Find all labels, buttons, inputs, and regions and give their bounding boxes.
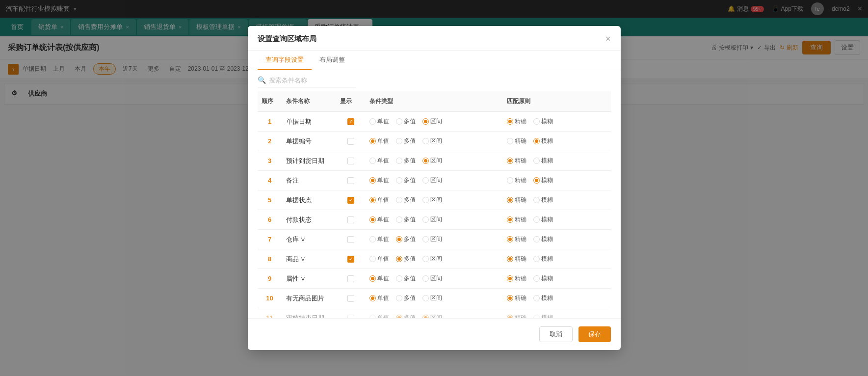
tab-layout[interactable]: 布局调整 — [312, 51, 353, 70]
row-2-type-range[interactable]: 区间 — [422, 137, 442, 145]
row-10-type-single[interactable]: 单值 — [369, 294, 389, 302]
row-8-type-single[interactable]: 单值 — [369, 255, 389, 263]
dialog-close-button[interactable]: × — [605, 34, 611, 44]
row-6-match-exact[interactable]: 精确 — [507, 215, 526, 224]
tab-fields[interactable]: 查询字段设置 — [258, 51, 312, 70]
row-4-order: 4 — [258, 175, 282, 186]
row-2-display[interactable] — [336, 136, 366, 147]
row-1-type-multi[interactable]: 多值 — [396, 117, 416, 126]
row-4-condition-type: 单值 多值 区间 — [366, 174, 503, 187]
row-7-match-fuzzy[interactable]: 模糊 — [533, 235, 553, 243]
row-9-type-multi[interactable]: 多值 — [396, 274, 416, 283]
row-1-match-exact[interactable]: 精确 — [507, 117, 526, 126]
row-8-display[interactable] — [336, 254, 366, 265]
row-8-match-exact[interactable]: 精确 — [507, 255, 526, 263]
row-9-display[interactable] — [336, 273, 366, 284]
cancel-button[interactable]: 取消 — [539, 326, 573, 342]
row-3-type-range[interactable]: 区间 — [422, 157, 442, 165]
row-10-checkbox[interactable] — [347, 295, 354, 302]
row-2-match-group: 精确 模糊 — [507, 137, 607, 145]
row-5-match-fuzzy[interactable]: 模糊 — [533, 196, 553, 204]
radio-single-dot — [369, 138, 376, 144]
row-5-display[interactable] — [336, 195, 366, 206]
row-1-checkbox[interactable] — [347, 118, 354, 125]
row-4-match-exact[interactable]: 精确 — [507, 176, 526, 185]
row-5-match-exact[interactable]: 精确 — [507, 196, 526, 204]
row-11-checkbox[interactable] — [347, 315, 354, 319]
row-6-type-single[interactable]: 单值 — [369, 215, 389, 224]
row-3-display[interactable] — [336, 156, 366, 166]
row-9-type-range[interactable]: 区间 — [422, 274, 442, 283]
row-4-checkbox[interactable] — [347, 177, 354, 184]
row-6-type-multi[interactable]: 多值 — [396, 215, 416, 224]
radio-multi-dot — [396, 118, 402, 125]
row-6-display[interactable] — [336, 215, 366, 225]
row-9-type-single[interactable]: 单值 — [369, 274, 389, 283]
row-11-display[interactable] — [336, 313, 366, 319]
row-7-display[interactable] — [336, 234, 366, 245]
save-button[interactable]: 保存 — [579, 326, 611, 342]
row-2-type-single[interactable]: 单值 — [369, 137, 389, 145]
row-8-match-fuzzy[interactable]: 模糊 — [533, 255, 553, 263]
row-7-type-multi[interactable]: 多值 — [396, 235, 416, 243]
row-11-match-exact[interactable]: 精确 — [507, 314, 526, 318]
row-9-checkbox[interactable] — [347, 275, 354, 282]
row-10-match-fuzzy[interactable]: 模糊 — [533, 294, 553, 302]
row-5-type-multi[interactable]: 多值 — [396, 196, 416, 204]
radio-range-dot — [422, 197, 429, 203]
row-1-type-range[interactable]: 区间 — [422, 117, 442, 126]
match-fuzzy-dot — [533, 197, 540, 203]
row-2-match-exact[interactable]: 精确 — [507, 137, 526, 145]
row-8-type-multi[interactable]: 多值 — [396, 255, 416, 263]
row-1-type-single[interactable]: 单值 — [369, 117, 389, 126]
row-7-type-range[interactable]: 区间 — [422, 235, 442, 243]
row-7-checkbox[interactable] — [347, 236, 354, 243]
row-10-type-multi[interactable]: 多值 — [396, 294, 416, 302]
row-2-checkbox[interactable] — [347, 138, 354, 145]
search-input[interactable] — [269, 77, 356, 84]
row-11-type-multi[interactable]: 多值 — [396, 314, 416, 318]
row-4-type-multi[interactable]: 多值 — [396, 176, 416, 185]
row-1-match-fuzzy[interactable]: 模糊 — [533, 117, 553, 126]
radio-range-dot — [422, 275, 429, 282]
row-3-type-multi[interactable]: 多值 — [396, 157, 416, 165]
row-5-checkbox[interactable] — [347, 197, 354, 204]
row-11-type-range[interactable]: 区间 — [422, 314, 442, 318]
row-2-name: 单据编号 — [282, 135, 336, 148]
row-5-type-range[interactable]: 区间 — [422, 196, 442, 204]
match-fuzzy-dot — [533, 216, 540, 223]
row-11-type-single[interactable]: 单值 — [369, 314, 389, 318]
row-2-match-fuzzy[interactable]: 模糊 — [533, 137, 553, 145]
row-8-type-range[interactable]: 区间 — [422, 255, 442, 263]
row-7-type-single[interactable]: 单值 — [369, 235, 389, 243]
row-3-checkbox[interactable] — [347, 158, 354, 164]
row-2-type-multi[interactable]: 多值 — [396, 137, 416, 145]
row-7-match-exact[interactable]: 精确 — [507, 235, 526, 243]
row-11-order: 11 — [258, 312, 282, 318]
dialog-overlay: 设置查询区域布局 × 查询字段设置 布局调整 🔍 顺序 条件名称 — [0, 0, 868, 376]
row-8-checkbox[interactable] — [347, 256, 354, 263]
row-4-match-fuzzy[interactable]: 模糊 — [533, 176, 553, 185]
row-6-checkbox[interactable] — [347, 216, 354, 223]
dialog-header: 设置查询区域布局 × — [248, 26, 621, 51]
radio-single-dot — [369, 177, 376, 184]
row-3-match-exact[interactable]: 精确 — [507, 157, 526, 165]
row-4-display[interactable] — [336, 175, 366, 186]
row-10-match-exact[interactable]: 精确 — [507, 294, 526, 302]
row-9-match-fuzzy[interactable]: 模糊 — [533, 274, 553, 283]
row-4-type-single[interactable]: 单值 — [369, 176, 389, 185]
row-10-display[interactable] — [336, 293, 366, 304]
row-6-match-fuzzy[interactable]: 模糊 — [533, 215, 553, 224]
row-3-match-fuzzy[interactable]: 模糊 — [533, 157, 553, 165]
table-row: 10 有无商品图片 单值 多值 区间 精确 模糊 — [258, 289, 611, 308]
row-11-match-fuzzy[interactable]: 模糊 — [533, 314, 553, 318]
row-1-display[interactable] — [336, 116, 366, 127]
row-10-type-range[interactable]: 区间 — [422, 294, 442, 302]
row-5-type-single[interactable]: 单值 — [369, 196, 389, 204]
row-2-condition-type: 单值 多值 区间 — [366, 135, 503, 147]
row-9-match-exact[interactable]: 精确 — [507, 274, 526, 283]
row-3-type-single[interactable]: 单值 — [369, 157, 389, 165]
row-6-type-range[interactable]: 区间 — [422, 215, 442, 224]
radio-range-dot — [422, 177, 429, 184]
row-4-type-range[interactable]: 区间 — [422, 176, 442, 185]
